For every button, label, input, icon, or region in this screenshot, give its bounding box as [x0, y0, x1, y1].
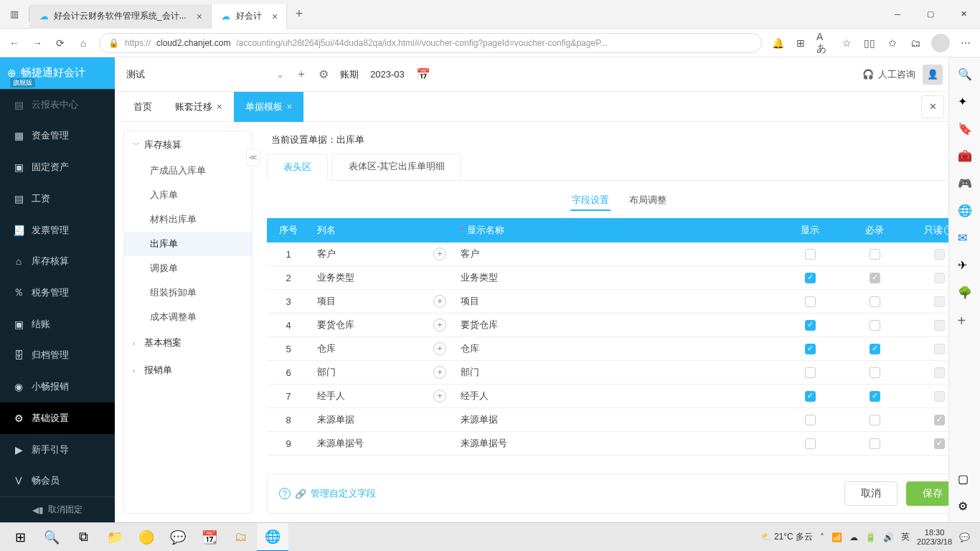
tree-icon[interactable]: 🌳 [958, 286, 972, 300]
add-field-button[interactable]: + [433, 248, 446, 260]
collapse-handle[interactable]: ≪ [246, 149, 260, 166]
add-field-button[interactable]: + [433, 366, 446, 379]
weather-widget[interactable]: ⛅ 21°C 多云 [761, 531, 814, 543]
tree-child[interactable]: 出库单 [124, 232, 252, 256]
cancel-button[interactable]: 取消 [844, 481, 897, 506]
checkbox[interactable] [870, 296, 880, 307]
sidebar-item-inventory[interactable]: ⌂库存核算 [0, 245, 115, 277]
wifi-icon[interactable]: 📶 [831, 532, 842, 542]
checkbox[interactable] [805, 415, 816, 425]
sidebar-item-guide[interactable]: ▶新手引导 [0, 434, 115, 466]
cell-disp[interactable]: 部门 [453, 361, 778, 385]
sidebar-toggle-icon[interactable]: ▢ [958, 472, 972, 486]
notifications-icon[interactable]: 💬 [959, 532, 970, 542]
consult-button[interactable]: 🎧人工咨询 [862, 68, 915, 81]
sidebar-item-expense[interactable]: ◉小畅报销 [0, 371, 115, 402]
tree-group-basic[interactable]: ›基本档案 [124, 329, 252, 357]
sidebar-item-archive[interactable]: 🗄归档管理 [0, 340, 115, 372]
checkbox[interactable] [870, 344, 880, 354]
cell-disp[interactable]: 项目 [453, 290, 778, 314]
clock[interactable]: 18:30 2023/3/18 [917, 528, 952, 546]
cell-disp[interactable]: 客户 [453, 242, 778, 266]
close-icon[interactable]: × [272, 11, 278, 22]
tabactions-icon[interactable]: ▥ [0, 9, 29, 19]
favorites-bar-icon[interactable]: ✩ [885, 36, 900, 50]
search-icon[interactable]: 🔍 [958, 67, 972, 82]
cell-disp[interactable]: 业务类型 [453, 266, 778, 290]
close-all-button[interactable]: ✕ [921, 95, 944, 118]
send-icon[interactable]: ✈ [958, 258, 972, 273]
checkbox[interactable] [870, 367, 880, 378]
subtab-header[interactable]: 表头区 [267, 154, 328, 181]
calendar-app[interactable]: 📆 [194, 523, 225, 552]
avatar[interactable]: 👤 [923, 65, 943, 85]
close-icon[interactable]: × [217, 101, 222, 112]
add-field-button[interactable]: + [433, 319, 446, 331]
checkbox[interactable] [805, 344, 816, 354]
cell-disp[interactable]: 来源单据号 [453, 432, 778, 456]
home-icon[interactable]: ⌂ [76, 36, 90, 50]
gear-icon[interactable]: ⚙ [319, 67, 329, 81]
chrome-app[interactable]: 🟡 [131, 523, 162, 552]
wechat-app[interactable]: 💬 [162, 523, 194, 552]
notification-icon[interactable]: 🔔 [771, 36, 785, 50]
favorite-icon[interactable]: ☆ [839, 36, 854, 50]
ime-indicator[interactable]: 英 [901, 531, 910, 543]
back-icon[interactable]: ← [7, 36, 22, 50]
sidebar-item-reports[interactable]: ▤云报表中心 [0, 89, 115, 121]
games-icon[interactable]: 🎮 [958, 176, 972, 191]
checkbox[interactable] [870, 249, 880, 260]
cell-disp[interactable]: 仓库 [453, 337, 778, 361]
checkbox[interactable] [805, 249, 816, 260]
profile-icon[interactable] [931, 34, 950, 52]
battery-icon[interactable]: 🔋 [865, 532, 876, 542]
settings-icon[interactable]: ⚙ [958, 499, 972, 514]
close-icon[interactable]: × [197, 11, 202, 22]
tree-group-expense[interactable]: ›报销单 [124, 357, 252, 384]
cell-disp[interactable]: 来源单据 [453, 408, 778, 432]
sidebar-item-invoice[interactable]: 🧾发票管理 [0, 215, 115, 246]
sparkle-icon[interactable]: ✦ [958, 95, 972, 109]
browser-tab-2[interactable]: ☁ 好会计 × [212, 4, 287, 29]
tree-child[interactable]: 成本调整单 [124, 305, 252, 329]
tree-child[interactable]: 材料出库单 [124, 207, 252, 232]
midtab-fields[interactable]: 字段设置 [570, 191, 611, 211]
onedrive-icon[interactable]: ☁ [849, 532, 858, 542]
plus-icon[interactable]: + [958, 313, 972, 327]
explorer-app[interactable]: 📁 [99, 523, 131, 552]
sidebar-item-funds[interactable]: ▦资金管理 [0, 120, 115, 151]
tree-child[interactable]: 产成品入库单 [124, 159, 252, 183]
tree-child[interactable]: 组装拆卸单 [124, 281, 252, 305]
close-window-button[interactable]: ✕ [947, 0, 980, 29]
outlook-icon[interactable]: ✉ [958, 231, 972, 245]
checkbox[interactable] [805, 438, 816, 449]
manage-fields-link[interactable]: ? 🔗 管理自定义字段 [279, 487, 376, 500]
tag-icon[interactable]: 🔖 [958, 122, 972, 136]
extensions-icon[interactable]: ⊞ [793, 36, 808, 50]
maximize-button[interactable]: ▢ [914, 0, 947, 29]
checkbox[interactable] [805, 367, 816, 378]
split-icon[interactable]: ▯▯ [862, 36, 877, 50]
tab-template[interactable]: 单据模板× [234, 92, 304, 122]
more-icon[interactable]: ⋯ [958, 36, 973, 50]
checkbox[interactable] [870, 320, 880, 331]
files-app[interactable]: 🗂 [225, 523, 257, 552]
checkbox[interactable] [870, 438, 880, 449]
sidebar-item-salary[interactable]: ▤工资 [0, 183, 115, 215]
address-bar[interactable]: 🔒 https://cloud2.chanjet.com/accounting/… [99, 33, 762, 53]
forward-icon[interactable]: → [30, 36, 44, 50]
unpin-button[interactable]: ◀▮取消固定 [0, 496, 115, 522]
sidebar-item-vip[interactable]: V畅会员 [0, 466, 115, 497]
readaloud-icon[interactable]: Aあ [816, 36, 831, 50]
collections-icon[interactable]: 🗂 [908, 36, 923, 50]
checkbox[interactable] [805, 391, 816, 402]
start-button[interactable]: ⊞ [4, 523, 36, 552]
midtab-layout[interactable]: 布局调整 [628, 191, 668, 211]
minimize-button[interactable]: ─ [881, 0, 914, 29]
sidebar-item-assets[interactable]: ▣固定资产 [0, 151, 115, 183]
sidebar-item-close[interactable]: ▣结账 [0, 309, 115, 340]
search-button[interactable]: 🔍 [36, 523, 67, 552]
cell-disp[interactable]: 经手人 [453, 385, 778, 408]
add-icon[interactable]: ＋ [296, 67, 307, 82]
tab-migration[interactable]: 账套迁移× [164, 92, 234, 122]
